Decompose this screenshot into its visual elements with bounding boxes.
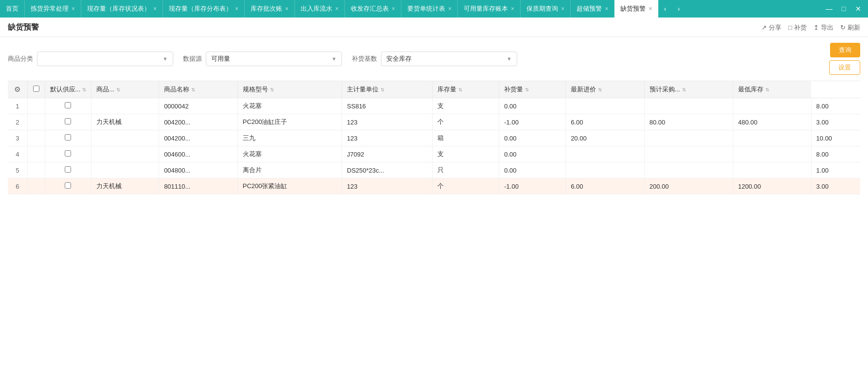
tab-close-icon[interactable]: × — [605, 6, 608, 12]
tab-label: 现存量（库存状况表） — [87, 4, 150, 13]
tab-close-icon[interactable]: × — [561, 6, 564, 12]
sort-icon: ⇅ — [82, 87, 86, 92]
sort-icon: ⇅ — [682, 87, 686, 92]
refresh-button[interactable]: ↻ 刷新 — [840, 23, 860, 32]
tab-label: 拣货异常处理 — [31, 4, 69, 13]
export-button[interactable]: ↥ 导出 — [814, 23, 833, 32]
row-checkbox[interactable] — [65, 118, 71, 124]
row-replenish-qty: 6.00 — [566, 178, 645, 194]
select-all-checkbox[interactable] — [33, 86, 39, 92]
tab-overstock[interactable]: 超储预警 × — [571, 0, 615, 18]
category-select[interactable]: ▼ — [37, 52, 173, 66]
row-est-purchase — [733, 130, 811, 146]
tab-inventory-status[interactable]: 现存量（库存状况表） × — [81, 0, 163, 18]
replenish-basis-select[interactable]: 安全库存 ▼ — [381, 52, 517, 66]
row-checkbox[interactable] — [65, 150, 71, 157]
row-index: 4 — [8, 146, 27, 162]
settings-button[interactable]: 设置 — [829, 60, 860, 75]
tab-close-icon[interactable]: × — [392, 6, 395, 12]
row-est-purchase: 480.00 — [733, 114, 811, 130]
tab-label: 首页 — [6, 4, 18, 13]
tab-close-icon[interactable]: × — [335, 6, 339, 12]
tab-prev-button[interactable]: ‹ — [658, 0, 672, 18]
datasource-select[interactable]: 可用量 ▼ — [206, 52, 342, 66]
col-settings[interactable]: ⚙ — [8, 81, 27, 98]
tab-label: 收发存汇总表 — [351, 4, 389, 13]
col-stock[interactable]: 库存量 ⇅ — [433, 81, 499, 98]
col-default-supplier[interactable]: 默认供应... ⇅ — [45, 81, 91, 98]
share-button[interactable]: ↗ 分享 — [761, 23, 781, 32]
window-maximize-button[interactable]: □ — [837, 2, 850, 16]
col-product-code[interactable]: 商品... ⇅ — [91, 81, 159, 98]
page-container: 缺货预警 ↗ 分享 □ 补货 ↥ 导出 ↻ 刷新 商品分类 — [0, 18, 868, 387]
row-est-purchase — [733, 162, 811, 178]
row-supplier: 力天机械 — [91, 178, 159, 194]
tab-next-button[interactable]: › — [672, 0, 686, 18]
replenish-basis-label: 补货基数 — [352, 54, 377, 63]
tab-close-icon[interactable]: × — [153, 6, 157, 12]
row-stock: 0.00 — [499, 130, 566, 146]
tab-label: 缺货预警 — [620, 4, 646, 13]
query-button[interactable]: 查询 — [830, 43, 860, 57]
row-latest-price: 80.00 — [644, 114, 733, 130]
row-settings-cell — [27, 146, 45, 162]
row-index: 5 — [8, 162, 27, 178]
replenish-basis-select-value: 安全库存 — [386, 54, 506, 63]
row-min-stock: 8.00 — [811, 146, 860, 162]
row-checkbox[interactable] — [65, 102, 71, 108]
sort-icon: ⇅ — [380, 87, 384, 92]
row-checkbox[interactable] — [65, 182, 71, 189]
tab-close-icon[interactable]: × — [285, 6, 289, 12]
tab-label: 要货单统计表 — [407, 4, 445, 13]
row-checkbox[interactable] — [65, 166, 71, 173]
tab-bar: 首页 拣货异常处理 × 现存量（库存状况表） × 现存量（库存分布表） × 库存… — [0, 0, 868, 18]
row-checkbox[interactable] — [65, 134, 71, 141]
datasource-select-value: 可用量 — [211, 54, 331, 63]
col-latest-price[interactable]: 最新进价 ⇅ — [566, 81, 645, 98]
tab-label: 保质期查询 — [526, 4, 558, 13]
tab-shortage[interactable]: 缺货预警 × — [615, 0, 658, 18]
row-settings-cell — [27, 162, 45, 178]
replenish-button[interactable]: □ 补货 — [788, 23, 807, 32]
row-product-name: PC200油缸庄子 — [237, 114, 342, 130]
tab-avail-ledger[interactable]: 可用量库存账本 × — [458, 0, 521, 18]
tab-expiry-query[interactable]: 保质期查询 × — [521, 0, 571, 18]
row-unit: 只 — [433, 162, 499, 178]
tab-close-icon[interactable]: × — [72, 6, 75, 12]
sort-icon: ⇅ — [270, 87, 274, 92]
tab-inventory-dist[interactable]: 现存量（库存分布表） × — [163, 0, 245, 18]
window-minimize-button[interactable]: — — [822, 2, 836, 16]
share-label: 分享 — [769, 23, 781, 32]
col-min-stock[interactable]: 最低库存 ⇅ — [733, 81, 811, 98]
row-supplier — [91, 162, 159, 178]
tab-batch-ledger[interactable]: 库存批次账 × — [245, 0, 295, 18]
tab-close-icon[interactable]: × — [649, 6, 652, 12]
tab-inout-flow[interactable]: 出入库流水 × — [295, 0, 345, 18]
row-spec: DS250*23c... — [342, 162, 433, 178]
tab-close-icon[interactable]: × — [235, 6, 238, 12]
settings-icon[interactable]: ⚙ — [14, 85, 20, 93]
tab-home[interactable]: 首页 — [0, 0, 25, 18]
table-header-row: ⚙ 默认供应... ⇅ 商品... ⇅ — [8, 81, 860, 98]
col-product-name[interactable]: 商品名称 ⇅ — [159, 81, 238, 98]
tab-close-icon[interactable]: × — [511, 6, 514, 12]
row-stock: -1.00 — [499, 114, 566, 130]
tab-abnormal[interactable]: 拣货异常处理 × — [25, 0, 81, 18]
row-checkbox-cell — [45, 162, 91, 178]
col-replenish-qty[interactable]: 补货量 ⇅ — [499, 81, 566, 98]
col-spec[interactable]: 规格型号 ⇅ — [237, 81, 342, 98]
table-row: 3 004200... 三九 123 箱 0.00 20.00 10.00 — [8, 130, 860, 146]
tab-demand-stat[interactable]: 要货单统计表 × — [401, 0, 458, 18]
window-close-button[interactable]: ✕ — [851, 2, 865, 16]
sort-icon: ⇅ — [525, 87, 529, 92]
row-product-code: 004800... — [159, 162, 238, 178]
row-checkbox-cell — [45, 98, 91, 114]
row-latest-price — [644, 130, 733, 146]
chevron-down-icon: ▼ — [506, 56, 512, 62]
col-est-purchase[interactable]: 预计采购... ⇅ — [644, 81, 733, 98]
tab-receive-summary[interactable]: 收发存汇总表 × — [345, 0, 401, 18]
row-product-code: 801110... — [159, 178, 238, 194]
tab-close-icon[interactable]: × — [448, 6, 452, 12]
sort-icon: ⇅ — [598, 87, 602, 92]
col-unit[interactable]: 主计量单位 ⇅ — [342, 81, 433, 98]
